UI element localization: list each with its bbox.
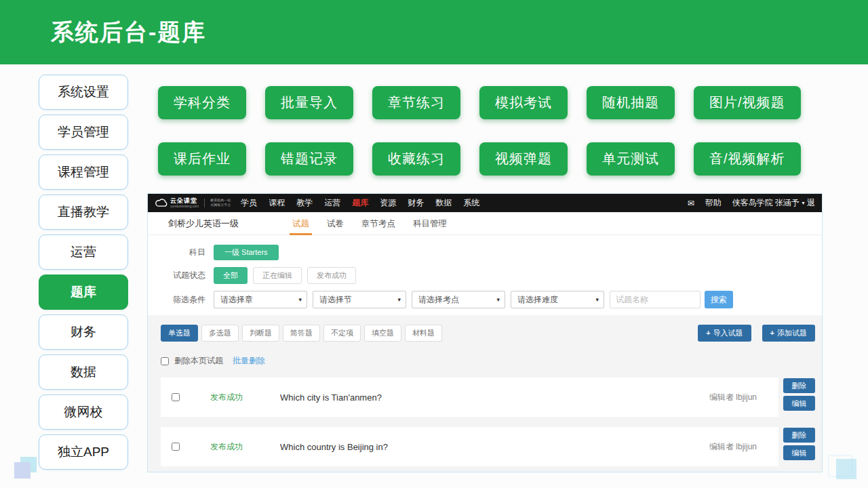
tab-subject-mgmt[interactable]: 科目管理	[413, 212, 447, 235]
logout-link[interactable]: 退	[807, 197, 815, 209]
tab-chapter-points[interactable]: 章节考点	[361, 212, 395, 235]
type-tab-material[interactable]: 材料题	[405, 325, 442, 342]
select-section-value: 请选择节	[319, 294, 352, 306]
edit-button[interactable]: 编辑	[783, 396, 815, 411]
feature-btn-audio-video-analysis[interactable]: 音/视频解析	[694, 142, 801, 176]
filter-panel: 科目 一级 Starters 试题状态 全部 正在编辑 发布成功 筛选条件 请选…	[148, 235, 822, 308]
plus-icon: +	[770, 329, 774, 337]
select-chapter-value: 请选择章	[220, 294, 253, 306]
row-checkbox[interactable]	[172, 443, 180, 451]
brand-tagline: 教育机构一站 式网络云平台	[210, 198, 231, 207]
decor-square-lavender-left	[14, 462, 31, 479]
sidebar-item-live-teaching[interactable]: 直播教学	[39, 195, 128, 230]
tab-papers[interactable]: 试卷	[327, 212, 344, 235]
select-difficulty[interactable]: 请选择难度 ▾	[511, 291, 604, 308]
plus-icon: +	[706, 329, 710, 337]
import-questions-button[interactable]: +导入试题	[698, 325, 751, 342]
delete-page-checkbox[interactable]	[161, 357, 169, 365]
account-menu[interactable]: 侠客岛学院 张涵予 ▼ 退	[732, 197, 815, 209]
feature-btn-subject-category[interactable]: 学科分类	[158, 86, 246, 119]
select-section[interactable]: 请选择节 ▾	[313, 291, 406, 308]
editor-label: 编辑者 lbjijun	[709, 392, 757, 403]
subnav-tabs: 试题 试卷 章节考点 科目管理	[292, 212, 447, 235]
feature-btn-chapter-practice[interactable]: 章节练习	[372, 86, 460, 119]
tab-questions[interactable]: 试题	[292, 212, 309, 235]
subject-filter-row: 科目 一级 Starters	[148, 245, 822, 260]
feature-btn-mock-exam[interactable]: 模拟考试	[479, 86, 568, 119]
nav-item-finance[interactable]: 财务	[408, 197, 424, 209]
help-link[interactable]: 帮助	[705, 197, 722, 209]
feature-row-2: 课后作业 错题记录 收藏练习 视频弹题 单元测试 音/视频解析	[158, 142, 836, 176]
subject-label: 科目	[148, 247, 205, 258]
course-title: 剑桥少儿英语一级	[168, 218, 239, 230]
delete-page-label: 删除本页试题	[174, 355, 223, 367]
delete-button[interactable]: 删除	[783, 428, 815, 443]
nav-item-question-bank[interactable]: 题库	[352, 197, 368, 209]
sidebar-item-question-bank[interactable]: 题库	[39, 274, 128, 310]
admin-topnav: 云朵课堂 yunduoketang.com 教育机构一站 式网络云平台 学员 课…	[148, 194, 822, 212]
feature-btn-batch-import[interactable]: 批量导入	[265, 86, 353, 119]
type-tab-fill-blank[interactable]: 填空题	[364, 325, 401, 342]
mail-icon[interactable]: ✉	[688, 199, 694, 208]
batch-delete-link[interactable]: 批量删除	[233, 355, 265, 367]
feature-btn-video-popup-question[interactable]: 视频弹题	[479, 142, 568, 176]
type-tab-multi-choice[interactable]: 多选题	[201, 325, 239, 342]
brand-logo-text: 云朵课堂 yunduoketang.com	[170, 198, 199, 208]
row-checkbox[interactable]	[172, 393, 180, 401]
nav-item-resources[interactable]: 资源	[380, 197, 396, 209]
feature-btn-wrong-question-record[interactable]: 错题记录	[265, 142, 353, 176]
admin-subnav: 剑桥少儿英语一级 试题 试卷 章节考点 科目管理	[148, 212, 822, 235]
feature-btn-image-video-question[interactable]: 图片/视频题	[694, 86, 801, 119]
status-filter-editing[interactable]: 正在编辑	[253, 267, 302, 284]
select-exam-point[interactable]: 请选择考点 ▾	[412, 291, 505, 308]
edit-button[interactable]: 编辑	[783, 445, 815, 460]
status-badge: 发布成功	[210, 392, 243, 403]
table-row: 发布成功 Which country is Beijing in? 编辑者 lb…	[161, 427, 815, 466]
type-tab-indefinite[interactable]: 不定项	[323, 325, 361, 342]
question-type-toolbar: 单选题 多选题 判断题 简答题 不定项 填空题 材料题 +导入试题 +添加试题	[161, 325, 815, 342]
search-button[interactable]: 搜索	[705, 291, 733, 308]
chevron-down-icon: ▾	[298, 296, 302, 303]
import-questions-label: 导入试题	[713, 329, 743, 337]
nav-item-operations[interactable]: 运营	[324, 197, 340, 209]
question-text: Which country is Beijing in?	[280, 442, 388, 452]
sidebar-item-standalone-app[interactable]: 独立APP	[39, 434, 128, 470]
brand-url: yunduoketang.com	[170, 205, 199, 209]
sidebar-item-student-mgmt[interactable]: 学员管理	[39, 115, 128, 150]
feature-btn-unit-test[interactable]: 单元测试	[587, 142, 675, 176]
chevron-down-icon: ▾	[595, 296, 599, 303]
brand-logo[interactable]: 云朵课堂 yunduoketang.com 教育机构一站 式网络云平台	[155, 198, 231, 208]
feature-btn-homework[interactable]: 课后作业	[158, 142, 246, 176]
sidebar-item-finance[interactable]: 财务	[39, 314, 128, 350]
nav-item-students[interactable]: 学员	[241, 197, 257, 209]
status-filter-published[interactable]: 发布成功	[307, 267, 356, 284]
question-list-area: 单选题 多选题 判断题 简答题 不定项 填空题 材料题 +导入试题 +添加试题 …	[148, 315, 822, 472]
sidebar-item-course-mgmt[interactable]: 课程管理	[39, 155, 128, 190]
type-tab-short-answer[interactable]: 简答题	[283, 325, 320, 342]
type-tab-true-false[interactable]: 判断题	[242, 325, 279, 342]
question-card: 发布成功 Which city is Tian'anmen? 编辑者 lbjij…	[161, 378, 778, 417]
nav-item-courses[interactable]: 课程	[269, 197, 285, 209]
decor-square-cyan-right	[836, 459, 856, 479]
feature-row-1: 学科分类 批量导入 章节练习 模拟考试 随机抽题 图片/视频题	[158, 86, 836, 119]
feature-btn-random-draw[interactable]: 随机抽题	[587, 86, 675, 119]
sidebar-item-data[interactable]: 数据	[39, 354, 128, 390]
type-tab-single-choice[interactable]: 单选题	[161, 325, 198, 342]
sidebar-item-operations[interactable]: 运营	[39, 235, 128, 270]
feature-btn-favorite-practice[interactable]: 收藏练习	[372, 142, 460, 176]
sidebar-item-micro-school[interactable]: 微网校	[39, 394, 128, 430]
status-filter-all[interactable]: 全部	[214, 267, 248, 284]
nav-item-teaching[interactable]: 教学	[296, 197, 313, 209]
nav-item-system[interactable]: 系统	[463, 197, 479, 209]
select-difficulty-value: 请选择难度	[517, 294, 558, 306]
delete-button[interactable]: 删除	[783, 378, 815, 393]
subject-tag[interactable]: 一级 Starters	[214, 245, 279, 260]
sidebar-item-system-settings[interactable]: 系统设置	[39, 75, 128, 110]
select-chapter[interactable]: 请选择章 ▾	[214, 291, 307, 308]
status-badge: 发布成功	[210, 441, 243, 453]
chevron-down-icon: ▾	[496, 296, 500, 303]
add-question-button[interactable]: +添加试题	[762, 325, 815, 342]
nav-item-data[interactable]: 数据	[435, 197, 452, 209]
question-name-input[interactable]	[610, 291, 701, 308]
table-row: 发布成功 Which city is Tian'anmen? 编辑者 lbjij…	[161, 378, 815, 417]
